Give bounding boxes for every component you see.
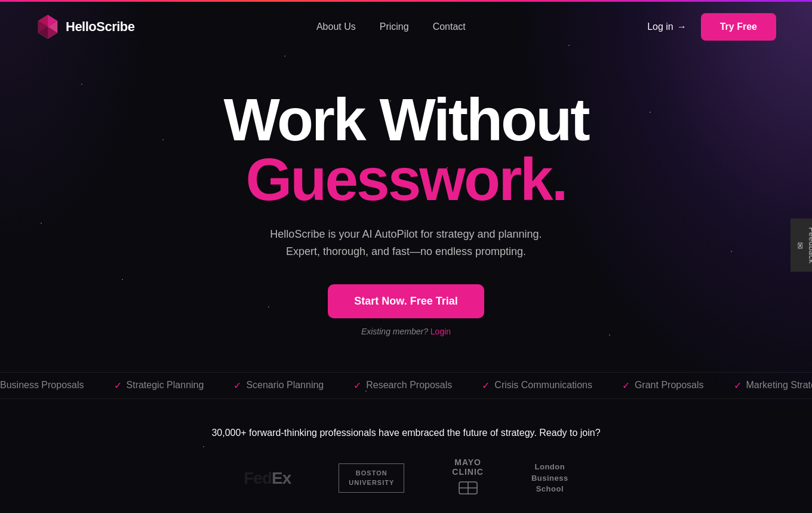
hero-title-line1: Work Without	[12, 90, 800, 149]
logo-text: HelloScribe	[66, 19, 135, 35]
login-link[interactable]: Login	[430, 327, 451, 336]
fedex-logo: FedEx	[244, 469, 291, 488]
hero-title-line2: Guesswork.	[12, 149, 800, 209]
feedback-tab[interactable]: Feedback ✉	[791, 219, 812, 272]
tags-track: Business Proposals✓Strategic Planning✓Sc…	[0, 380, 812, 391]
nav-about[interactable]: About Us	[316, 21, 356, 32]
existing-member-text: Existing member? Login	[12, 327, 800, 336]
mayo-clinic-logo: MAYOCLINIC	[452, 457, 484, 499]
start-trial-button[interactable]: Start Now. Free Trial	[328, 284, 484, 318]
tag-item: ✓Marketing Strategy	[734, 380, 812, 391]
nav-actions: Log in → Try Free	[647, 13, 776, 41]
social-proof: 30,000+ forward-thinking professionals h…	[0, 428, 812, 438]
logo-icon	[36, 14, 60, 40]
tags-row: Business Proposals✓Strategic Planning✓Sc…	[0, 372, 812, 399]
tag-item: ✓Scenario Planning	[233, 380, 324, 391]
nav-contact[interactable]: Contact	[433, 21, 466, 32]
tag-item: Business Proposals	[0, 380, 84, 391]
boston-university-logo: BOSTONUNIVERSITY	[339, 463, 404, 493]
tag-item: ✓Crisis Communications	[482, 380, 592, 391]
lbs-logo: LondonBusinessSchool	[531, 462, 568, 494]
logo[interactable]: HelloScribe	[36, 14, 135, 40]
tag-item: ✓Research Proposals	[353, 380, 452, 391]
tag-item: ✓Strategic Planning	[114, 380, 204, 391]
login-button[interactable]: Log in →	[647, 21, 687, 32]
hero-subtitle: HelloScribe is your AI AutoPilot for str…	[12, 226, 800, 260]
try-free-button[interactable]: Try Free	[701, 13, 776, 41]
hero-section: Work Without Guesswork. HelloScribe is y…	[0, 54, 812, 336]
navigation: HelloScribe About Us Pricing Contact Log…	[0, 0, 812, 54]
social-proof-text: 30,000+ forward-thinking professionals h…	[0, 428, 812, 438]
logos-row: FedEx BOSTONUNIVERSITY MAYOCLINIC London…	[0, 457, 812, 499]
feedback-label: Feedback	[807, 227, 812, 263]
nav-pricing[interactable]: Pricing	[380, 21, 409, 32]
feedback-mail-icon: ✉	[795, 241, 805, 248]
nav-links: About Us Pricing Contact	[316, 21, 466, 32]
tag-item: ✓Grant Proposals	[622, 380, 704, 391]
